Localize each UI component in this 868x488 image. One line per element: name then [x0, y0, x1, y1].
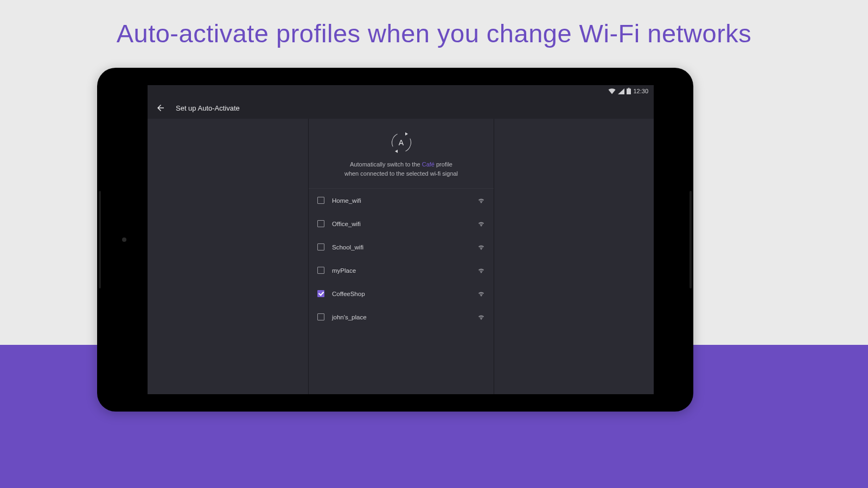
network-name: CoffeeShop: [332, 291, 470, 297]
auto-activate-icon: A: [392, 133, 411, 152]
network-checkbox[interactable]: [317, 267, 324, 274]
network-name: Office_wifi: [332, 221, 470, 227]
hero-line1-prefix: Automatically switch to the: [350, 161, 422, 168]
appbar-title: Set up Auto-Activate: [176, 104, 240, 112]
hero-profile-name: Café: [422, 161, 435, 168]
back-button[interactable]: [155, 102, 166, 113]
hero-line2: when connected to the selected wi-fi sig…: [344, 170, 458, 177]
arrow-left-icon: [156, 103, 165, 113]
network-row[interactable]: School_wifi: [309, 235, 494, 259]
pane-center: A Automatically switch to the Café profi…: [309, 119, 494, 394]
network-row[interactable]: myPlace: [309, 259, 494, 282]
tablet-screen: 12:30 Set up Auto-Activate A: [148, 85, 654, 394]
wifi-icon: [477, 291, 485, 297]
cell-signal-icon: [618, 88, 624, 94]
network-name: Home_wifi: [332, 197, 470, 204]
tablet-notch-right: [690, 191, 692, 288]
network-checkbox[interactable]: [317, 243, 324, 251]
network-row[interactable]: Home_wifi: [309, 189, 494, 212]
wifi-icon: [477, 197, 485, 203]
wifi-icon: [477, 244, 485, 250]
network-name: john's_place: [332, 314, 470, 320]
wifi-icon: [477, 221, 485, 227]
pane-right: [494, 119, 654, 394]
wifi-icon: [477, 267, 485, 273]
network-name: School_wifi: [332, 244, 470, 251]
network-row[interactable]: Office_wifi: [309, 212, 494, 235]
wifi-icon: [477, 314, 485, 320]
network-row[interactable]: CoffeeShop: [309, 282, 494, 305]
battery-icon: [627, 88, 631, 94]
hero-section: A Automatically switch to the Café profi…: [309, 119, 494, 189]
wifi-status-icon: [608, 88, 616, 94]
network-row[interactable]: john's_place: [309, 305, 494, 329]
network-checkbox[interactable]: [317, 220, 324, 227]
svg-rect-1: [628, 88, 630, 89]
tablet-notch-left: [99, 191, 101, 288]
status-bar: 12:30: [148, 85, 654, 97]
hero-line1-suffix: profile: [435, 161, 452, 168]
network-checkbox[interactable]: [317, 313, 324, 320]
page-headline: Auto-activate profiles when you change W…: [0, 18, 868, 48]
svg-rect-0: [627, 89, 631, 95]
status-time: 12:30: [633, 88, 648, 94]
app-bar: Set up Auto-Activate: [148, 97, 654, 119]
tablet-frame: 12:30 Set up Auto-Activate A: [97, 68, 693, 412]
network-checkbox[interactable]: [317, 290, 324, 297]
network-list: Home_wifiOffice_wifiSchool_wifimyPlaceCo…: [309, 189, 494, 394]
network-checkbox[interactable]: [317, 197, 324, 204]
pane-left: [148, 119, 309, 394]
network-name: myPlace: [332, 267, 470, 274]
hero-text: Automatically switch to the Café profile…: [317, 160, 485, 178]
panes: A Automatically switch to the Café profi…: [148, 119, 654, 394]
